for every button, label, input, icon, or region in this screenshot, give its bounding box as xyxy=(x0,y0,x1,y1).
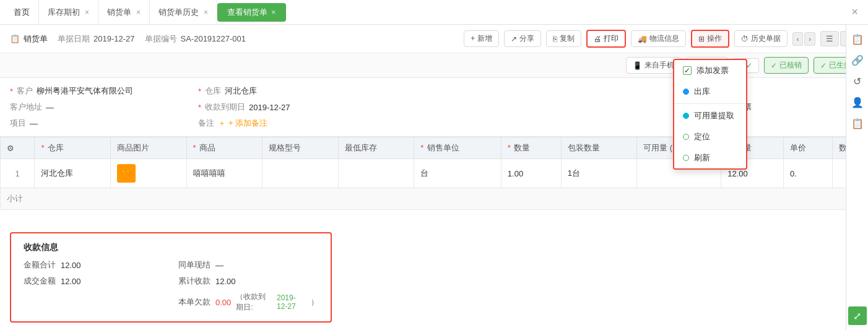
arrears-close-paren: ） xyxy=(311,297,318,308)
locate-item[interactable]: 定位 xyxy=(674,126,746,147)
transaction-value: — xyxy=(215,261,224,270)
tab-close-view[interactable]: × xyxy=(271,7,276,17)
col-product: * 商品 xyxy=(186,137,263,159)
sidebar-icon-doc[interactable]: 📋 xyxy=(848,30,867,48)
sidebar-icon-expand[interactable]: ⤢ xyxy=(848,306,867,325)
dropdown-divider xyxy=(674,103,746,104)
project-value: — xyxy=(30,119,38,128)
tab-sales-order[interactable]: 销货单 × xyxy=(98,0,150,25)
refresh-icon xyxy=(683,155,689,161)
payment-section: 收款信息 金额合计 12.00 同单现结 — 成交金额 12.00 累计收款 1… xyxy=(10,232,332,323)
sidebar-icon-user[interactable]: 👤 xyxy=(848,93,867,111)
row-warehouse: 河北仓库 xyxy=(35,159,111,188)
tab-bar: 首页 库存期初 × 销货单 × 销货单历史 × 查看销货单 × × xyxy=(0,0,868,25)
warehouse-value: 河北仓库 xyxy=(225,85,257,97)
date-label: 单据日期 xyxy=(58,33,90,45)
tab-close-history[interactable]: × xyxy=(204,8,208,17)
tab-close-sales[interactable]: × xyxy=(136,8,141,17)
arrears-note: （收款到期日: xyxy=(236,292,272,313)
tab-sales-history[interactable]: 销货单历史 × xyxy=(150,0,217,25)
share-icon: ↗ xyxy=(511,35,517,43)
row-price: 0. xyxy=(783,159,832,188)
doc-title: 📋 销货单 xyxy=(10,33,48,45)
list-view-button[interactable]: ☰ xyxy=(820,31,839,46)
row-product-name: 嘻嘻嘻嘻 xyxy=(186,159,263,188)
customer-field: * 客户 柳州粤港平安气体有限公司 xyxy=(10,85,183,97)
tab-inventory-init[interactable]: 库存期初 × xyxy=(39,0,98,25)
col-spec: 规格型号 xyxy=(263,137,339,159)
print-button[interactable]: 🖨 打印 xyxy=(586,30,626,48)
date-value: 2019-12-27 xyxy=(93,34,135,43)
warehouse-field: * 仓库 河北仓库 xyxy=(198,85,371,97)
nav-arrows: ‹ › xyxy=(792,32,815,46)
grid-icon: ⊞ xyxy=(698,35,705,43)
add-invoice-icon: ✓ xyxy=(683,66,692,75)
deal-amount-value: 12.00 xyxy=(61,277,81,286)
subtotal-row: 小计 xyxy=(1,188,868,210)
phone-icon: 📱 xyxy=(633,61,642,70)
row-spec xyxy=(263,159,339,188)
col-package-qty: 包装数量 xyxy=(561,137,637,159)
already-cancelled-badge[interactable]: ✓ 已核销 xyxy=(764,57,809,74)
row-quantity: 1.00 xyxy=(501,159,561,188)
prev-button[interactable]: ‹ xyxy=(792,32,804,46)
payment-grid: 金额合计 12.00 同单现结 — 成交金额 12.00 累计收款 12.00 … xyxy=(24,259,318,313)
product-image: 🧡 xyxy=(117,164,136,183)
sales-order-icon: 📋 xyxy=(10,34,20,43)
window-close-button[interactable]: × xyxy=(846,6,863,18)
address-field: 客户地址 — xyxy=(10,102,183,113)
doc-actions: + 新增 ↗ 分享 ⎘ 复制 🖨 打印 🚚 物流信息 ⊞ 操作 ⏱ xyxy=(464,30,858,48)
tab-close-inventory[interactable]: × xyxy=(85,8,89,17)
outbound-item[interactable]: 出库 xyxy=(674,81,746,102)
arrears-value: 0.00 xyxy=(215,298,231,307)
add-note-button[interactable]: ＋ + 添加备注 xyxy=(218,118,267,129)
col-settings[interactable]: ⚙ xyxy=(1,137,35,159)
history-icon: ⏱ xyxy=(741,35,749,43)
doc-number-field: 单据编号 SA-20191227-001 xyxy=(145,33,246,45)
print-icon: 🖨 xyxy=(594,35,601,43)
copy-button[interactable]: ⎘ 复制 xyxy=(546,30,581,47)
transaction-row: 同单现结 — xyxy=(178,259,318,271)
doc-date-field: 单据日期 2019-12-27 xyxy=(58,33,135,45)
col-quantity: * 数量 xyxy=(501,137,561,159)
check-effective-icon: ✓ xyxy=(820,61,827,70)
address-value: — xyxy=(46,103,54,112)
add-invoice-item[interactable]: ✓ 添加发票 xyxy=(674,60,746,81)
truck-icon: 🚚 xyxy=(638,35,647,43)
check-cancelled-icon: ✓ xyxy=(771,61,777,70)
row-num: 1 xyxy=(1,159,35,188)
new-button[interactable]: + 新增 xyxy=(464,30,498,47)
deal-amount-row: 成交金额 12.00 xyxy=(24,276,163,287)
arrears-due-date: 2019-12-27 xyxy=(277,293,306,311)
copy-icon: ⎘ xyxy=(553,35,557,43)
sidebar-icon-link[interactable]: 🔗 xyxy=(848,51,867,69)
next-button[interactable]: › xyxy=(804,32,815,46)
col-unit: * 销售单位 xyxy=(414,137,501,159)
note-field: 备注 ＋ + 添加备注 xyxy=(198,118,371,129)
right-sidebar: 📋 🔗 ↺ 👤 📋 ⤢ xyxy=(846,25,868,330)
share-button[interactable]: ↗ 分享 xyxy=(504,30,541,47)
logistics-button[interactable]: 🚚 物流信息 xyxy=(631,30,686,47)
cumulative-row: 累计收款 12.00 xyxy=(178,276,318,287)
plus-icon: ＋ xyxy=(218,118,226,129)
number-label: 单据编号 xyxy=(145,33,177,45)
history-button[interactable]: ⏱ 历史单据 xyxy=(734,30,788,47)
tab-view-sales[interactable]: 查看销货单 × xyxy=(217,3,286,22)
sidebar-icon-copy2[interactable]: 📋 xyxy=(848,114,867,132)
refresh-item[interactable]: 刷新 xyxy=(674,147,746,168)
cumulative-value: 12.00 xyxy=(215,277,236,286)
available-qty-icon xyxy=(683,113,689,119)
project-field: 项目 — xyxy=(10,118,183,129)
locate-icon xyxy=(683,134,689,140)
operate-button[interactable]: ⊞ 操作 xyxy=(691,30,729,48)
doc-type-label: 销货单 xyxy=(24,33,48,45)
tab-home[interactable]: 首页 xyxy=(5,0,39,25)
outbound-icon xyxy=(683,89,689,95)
col-min-stock: 最低库存 xyxy=(338,137,414,159)
amount-total-value: 12.00 xyxy=(61,261,81,270)
payment-title: 收款信息 xyxy=(24,242,318,253)
available-qty-item[interactable]: 可用量提取 xyxy=(674,105,746,126)
col-price: 单价 xyxy=(783,137,832,159)
row-package-qty: 1台 xyxy=(561,159,637,188)
sidebar-icon-refresh[interactable]: ↺ xyxy=(848,72,867,90)
